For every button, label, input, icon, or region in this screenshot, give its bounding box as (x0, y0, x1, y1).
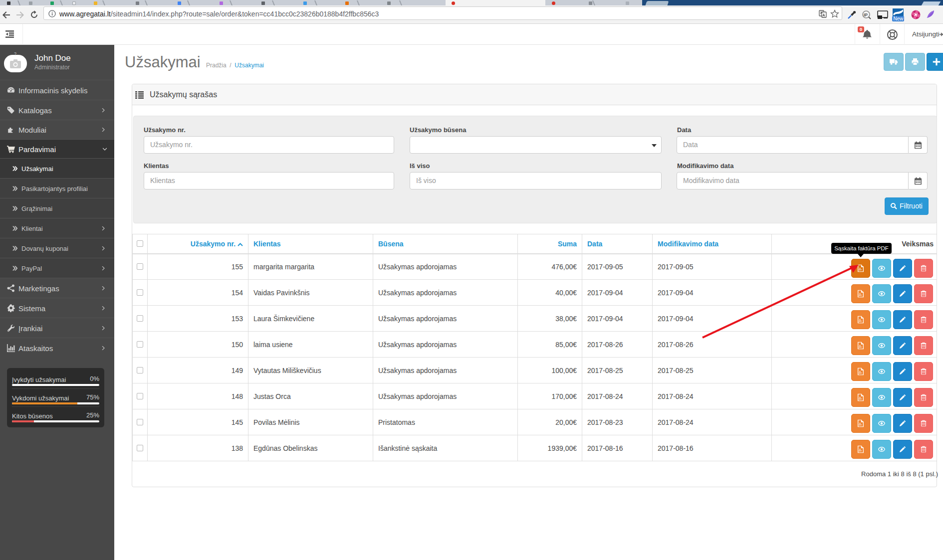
svg-text:New: New (894, 16, 904, 21)
svg-text:IP: IP (864, 12, 868, 17)
